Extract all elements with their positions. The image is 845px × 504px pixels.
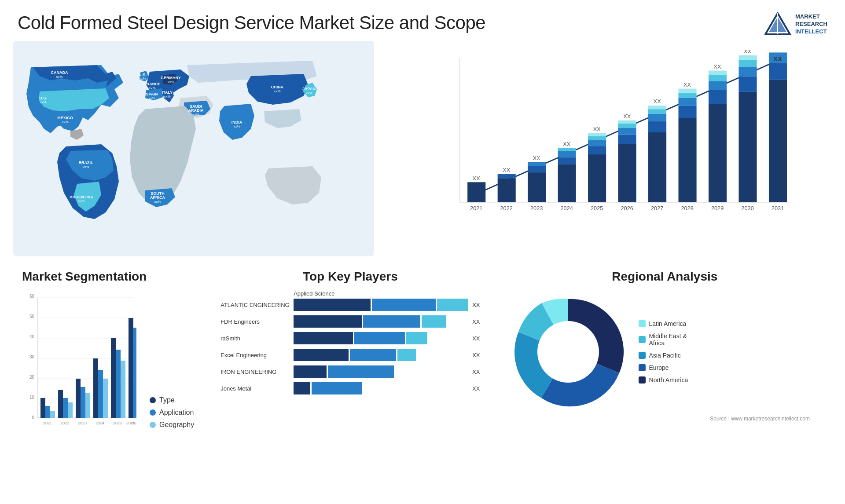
player-row: FDR Engineers XX [220, 315, 480, 328]
legend-geography: Geography [150, 421, 194, 429]
svg-text:xx%: xx% [192, 113, 199, 117]
svg-rect-75 [679, 93, 697, 98]
bottom-row: Market Segmentation 0 10 20 30 40 50 60 [13, 265, 832, 481]
svg-rect-54 [588, 154, 606, 202]
players-section: Top Key Players Applied Science ATLANTIC… [212, 265, 489, 481]
svg-rect-79 [709, 90, 727, 104]
svg-text:2026: 2026 [621, 205, 633, 212]
legend-latin-america: Latin America [639, 320, 688, 327]
svg-text:2028: 2028 [681, 205, 693, 212]
svg-rect-46 [528, 166, 546, 172]
donut-chart [507, 290, 630, 413]
svg-rect-134 [103, 379, 108, 418]
donut-wrapper: Latin America Middle East &Africa Asia P… [507, 290, 823, 413]
svg-rect-133 [98, 370, 103, 418]
player-val: XX [472, 318, 480, 325]
segment-title: Market Segmentation [22, 270, 194, 284]
player-val: XX [472, 352, 480, 358]
svg-rect-84 [738, 92, 757, 202]
svg-text:xx%: xx% [56, 75, 62, 79]
svg-rect-56 [588, 140, 606, 146]
source-text: Source : www.marketresearchintellect.com [507, 416, 823, 422]
svg-rect-55 [588, 146, 606, 154]
svg-text:U.S.: U.S. [39, 96, 47, 100]
logo: MARKET RESEARCH INTELLECT [764, 12, 827, 37]
regional-section: Regional Analysis [498, 265, 832, 481]
svg-rect-50 [558, 157, 576, 164]
svg-rect-132 [93, 358, 98, 418]
legend-asia-pacific: Asia Pacific [639, 352, 688, 359]
player-bars [294, 299, 468, 311]
player-bars [294, 349, 468, 361]
svg-text:CHINA: CHINA [271, 85, 284, 89]
svg-rect-125 [63, 398, 68, 418]
svg-rect-67 [648, 121, 666, 132]
svg-point-147 [537, 321, 599, 383]
legend-middle-east-africa: Middle East &Africa [639, 332, 688, 347]
svg-text:10: 10 [29, 395, 35, 400]
svg-text:XX: XX [683, 81, 691, 88]
svg-text:XX: XX [593, 126, 601, 132]
svg-text:xx%: xx% [82, 165, 89, 169]
player-val: XX [472, 335, 480, 342]
seg-legend: Type Application Geography [150, 396, 194, 442]
legend-dot-geography [150, 422, 156, 428]
svg-text:U.K.: U.K. [139, 72, 147, 77]
bar-chart-svg: XX XX XX XX [409, 50, 823, 234]
player-name: FDR Engineers [220, 318, 291, 325]
svg-rect-87 [738, 60, 757, 67]
svg-text:2023: 2023 [530, 205, 543, 212]
svg-rect-69 [648, 109, 666, 114]
applied-science-label: Applied Science [220, 290, 480, 297]
svg-rect-63 [618, 124, 636, 128]
svg-text:2023: 2023 [78, 421, 87, 425]
svg-text:2027: 2027 [651, 205, 663, 212]
svg-text:XX: XX [503, 167, 511, 173]
svg-text:xx%: xx% [149, 86, 155, 90]
svg-rect-88 [738, 55, 757, 60]
svg-text:50: 50 [29, 314, 35, 319]
svg-rect-60 [618, 144, 636, 202]
svg-rect-143 [129, 318, 133, 418]
svg-rect-85 [738, 77, 757, 92]
page-title: Cold Formed Steel Design Service Market … [18, 12, 485, 33]
svg-rect-68 [648, 114, 666, 121]
svg-text:CANADA: CANADA [51, 70, 68, 75]
svg-rect-91 [769, 63, 787, 80]
top-row: CANADA xx% U.S. xx% MEXICO xx% BRAZIL xx… [13, 41, 832, 256]
svg-text:XX: XX [714, 63, 722, 70]
player-name: Excel Engineering [220, 352, 291, 358]
svg-rect-45 [528, 172, 546, 202]
player-row: ATLANTIC ENGINEERING XX [220, 299, 480, 311]
seg-chart: 0 10 20 30 40 50 60 [22, 292, 136, 442]
svg-rect-57 [588, 136, 606, 140]
main-content: CANADA xx% U.S. xx% MEXICO xx% BRAZIL xx… [0, 41, 845, 481]
bar-chart-section: XX XX XX XX [383, 41, 832, 256]
svg-text:xx%: xx% [233, 124, 240, 128]
svg-rect-70 [648, 106, 666, 109]
svg-rect-43 [498, 174, 516, 178]
svg-rect-130 [85, 393, 90, 418]
player-name: Jones Metal [220, 385, 291, 392]
svg-rect-62 [618, 128, 636, 135]
svg-rect-120 [40, 398, 45, 418]
legend-application: Application [150, 409, 194, 416]
svg-rect-73 [679, 106, 697, 118]
svg-text:ARGENTINA: ARGENTINA [70, 195, 93, 199]
svg-text:BRAZIL: BRAZIL [79, 161, 93, 165]
svg-text:60: 60 [29, 294, 35, 299]
svg-text:MEXICO: MEXICO [57, 116, 73, 120]
svg-rect-128 [76, 379, 81, 418]
svg-text:20: 20 [29, 375, 35, 380]
svg-text:xx%: xx% [305, 91, 312, 95]
segment-section: Market Segmentation 0 10 20 30 40 50 60 [13, 265, 203, 481]
legend-north-america: North America [639, 376, 688, 383]
map-section: CANADA xx% U.S. xx% MEXICO xx% BRAZIL xx… [13, 41, 374, 256]
player-name: raSmith [220, 335, 291, 342]
svg-rect-47 [528, 162, 546, 166]
player-val: XX [472, 385, 480, 392]
svg-text:ITALY: ITALY [162, 90, 173, 95]
svg-text:xx%: xx% [139, 77, 146, 80]
svg-text:ARABIA: ARABIA [188, 108, 204, 113]
svg-text:XX: XX [563, 141, 571, 147]
